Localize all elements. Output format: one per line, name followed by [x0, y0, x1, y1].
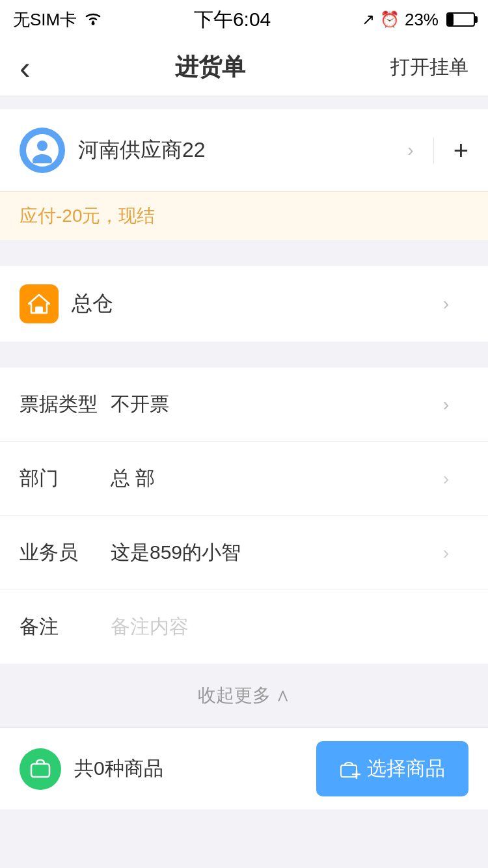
alarm-icon: ⏰	[380, 10, 400, 29]
cart-icon	[29, 757, 52, 781]
gray-background	[0, 809, 488, 868]
select-product-button[interactable]: 选择商品	[316, 741, 468, 796]
salesperson-value: 这是859的小智	[111, 539, 443, 566]
collapse-row[interactable]: 收起更多 ∧	[0, 664, 488, 727]
wifi-icon	[83, 10, 103, 30]
person-icon	[29, 137, 55, 163]
divider-3	[0, 342, 488, 355]
status-time: 下午6:04	[194, 7, 271, 33]
supplier-chevron-icon: ›	[407, 140, 413, 161]
remark-label: 备注	[20, 614, 111, 640]
svg-rect-5	[31, 764, 49, 777]
invoice-type-label: 票据类型	[20, 391, 111, 418]
warehouse-row[interactable]: 总仓 ›	[0, 266, 488, 342]
status-bar: 无SIM卡 下午6:04 ↗ ⏰ 23%	[0, 0, 488, 39]
battery-percent: 23%	[405, 10, 439, 30]
supplier-name: 河南供应商22	[78, 136, 407, 165]
divider-2	[0, 240, 488, 253]
notice-banner: 应付-20元，现结	[0, 191, 488, 240]
gps-icon: ↗	[362, 10, 375, 29]
bottom-bar: 共0种商品 选择商品	[0, 727, 488, 809]
remark-row[interactable]: 备注 备注内容	[0, 590, 488, 664]
select-btn-icon	[340, 758, 360, 780]
department-row[interactable]: 部门 总 部 ›	[0, 442, 488, 516]
open-pending-button[interactable]: 打开挂单	[390, 54, 468, 81]
warehouse-chevron-icon: ›	[443, 293, 449, 314]
invoice-type-chevron-icon: ›	[443, 394, 449, 415]
svg-point-0	[92, 21, 95, 25]
status-right: ↗ ⏰ 23%	[362, 10, 475, 30]
product-icon	[20, 748, 61, 790]
battery-icon	[446, 12, 475, 27]
svg-rect-4	[35, 306, 43, 313]
invoice-type-row[interactable]: 票据类型 不开票 ›	[0, 368, 488, 442]
add-supplier-button[interactable]: +	[433, 137, 468, 163]
department-value: 总 部	[111, 465, 443, 492]
back-button[interactable]: ‹	[20, 49, 31, 87]
form-section: 票据类型 不开票 › 部门 总 部 › 业务员 这是859的小智 › 备注 备注…	[0, 368, 488, 664]
product-count-label: 共0种商品	[74, 755, 316, 782]
supplier-section: 河南供应商22 › + 应付-20元，现结	[0, 109, 488, 240]
svg-point-2	[33, 154, 52, 163]
warehouse-name: 总仓	[72, 290, 443, 318]
supplier-row[interactable]: 河南供应商22 › +	[0, 109, 488, 191]
home-icon	[27, 292, 51, 316]
svg-point-1	[37, 141, 47, 151]
salesperson-row[interactable]: 业务员 这是859的小智 ›	[0, 516, 488, 590]
status-left: 无SIM卡	[13, 8, 103, 31]
salesperson-label: 业务员	[20, 539, 111, 566]
salesperson-chevron-icon: ›	[443, 543, 449, 563]
invoice-type-value: 不开票	[111, 391, 443, 418]
divider-1	[0, 96, 488, 109]
warehouse-icon	[20, 284, 59, 323]
collapse-label: 收起更多 ∧	[198, 683, 291, 708]
carrier-label: 无SIM卡	[13, 8, 77, 31]
notice-text: 应付-20元，现结	[20, 206, 155, 226]
svg-rect-6	[341, 765, 357, 777]
page-title: 进货单	[175, 51, 245, 83]
department-label: 部门	[20, 465, 111, 492]
department-chevron-icon: ›	[443, 468, 449, 489]
select-btn-label: 选择商品	[367, 755, 445, 782]
nav-bar: ‹ 进货单 打开挂单	[0, 39, 488, 96]
supplier-avatar	[20, 128, 65, 173]
remark-placeholder[interactable]: 备注内容	[111, 614, 468, 640]
